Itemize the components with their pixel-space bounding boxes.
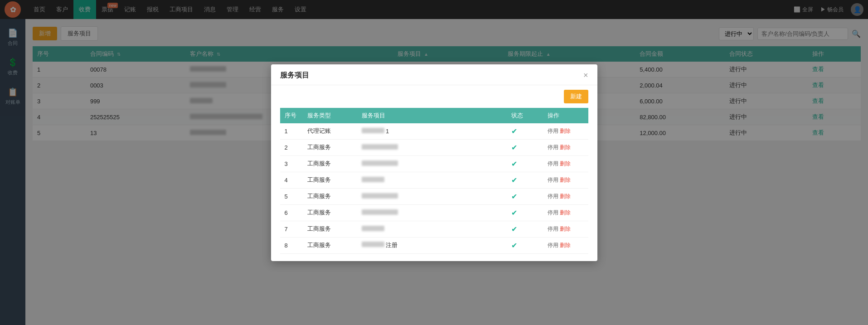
s-item: 1 xyxy=(357,123,507,140)
s-status: ✔ xyxy=(507,172,543,188)
modal-toolbar: 新建 xyxy=(271,85,597,108)
sth-item: 服务项目 xyxy=(357,108,507,123)
s-seq: 2 xyxy=(280,139,303,155)
s-action: 停用 删除 xyxy=(543,155,588,172)
s-seq: 4 xyxy=(280,172,303,188)
sth-type: 服务类型 xyxy=(303,108,357,123)
disable-btn[interactable]: 停用 xyxy=(548,193,558,200)
service-modal: 服务项目 × 新建 序号 服务类型 服务项目 状态 操作 1 代理记账 1 xyxy=(271,64,597,261)
delete-btn[interactable]: 删除 xyxy=(560,144,571,151)
service-table-row: 2 工商服务 ✔ 停用 删除 xyxy=(280,139,588,155)
s-seq: 7 xyxy=(280,221,303,237)
modal-new-button[interactable]: 新建 xyxy=(564,90,588,103)
s-action: 停用 删除 xyxy=(543,123,588,140)
service-table: 序号 服务类型 服务项目 状态 操作 1 代理记账 1 ✔ 停用 删除 xyxy=(280,108,588,254)
s-type: 工商服务 xyxy=(303,139,357,155)
modal-title: 服务项目 xyxy=(280,71,309,80)
s-status: ✔ xyxy=(507,155,543,172)
s-seq: 6 xyxy=(280,204,303,221)
status-check-icon: ✔ xyxy=(511,160,517,168)
s-type: 工商服务 xyxy=(303,237,357,253)
service-table-row: 1 代理记账 1 ✔ 停用 删除 xyxy=(280,123,588,140)
service-table-row: 4 工商服务 ✔ 停用 删除 xyxy=(280,172,588,188)
service-table-row: 5 工商服务 ✔ 停用 删除 xyxy=(280,188,588,204)
sth-seq: 序号 xyxy=(280,108,303,123)
service-table-row: 7 工商服务 ✔ 停用 删除 xyxy=(280,221,588,237)
status-check-icon: ✔ xyxy=(511,209,517,217)
modal-close-button[interactable]: × xyxy=(583,71,588,80)
delete-btn[interactable]: 删除 xyxy=(560,193,571,200)
status-check-icon: ✔ xyxy=(511,242,517,249)
s-action: 停用 删除 xyxy=(543,172,588,188)
s-item xyxy=(357,221,507,237)
s-item: 注册 xyxy=(357,237,507,253)
delete-btn[interactable]: 删除 xyxy=(560,160,571,168)
s-status: ✔ xyxy=(507,188,543,204)
s-status: ✔ xyxy=(507,139,543,155)
s-status: ✔ xyxy=(507,123,543,140)
disable-btn[interactable]: 停用 xyxy=(548,176,558,184)
s-action: 停用 删除 xyxy=(543,204,588,221)
s-action: 停用 删除 xyxy=(543,237,588,253)
s-type: 工商服务 xyxy=(303,188,357,204)
disable-btn[interactable]: 停用 xyxy=(548,225,558,233)
s-status: ✔ xyxy=(507,204,543,221)
delete-btn[interactable]: 删除 xyxy=(560,242,571,249)
s-action: 停用 删除 xyxy=(543,221,588,237)
s-type: 工商服务 xyxy=(303,172,357,188)
s-status: ✔ xyxy=(507,237,543,253)
disable-btn[interactable]: 停用 xyxy=(548,209,558,217)
s-item xyxy=(357,155,507,172)
s-seq: 3 xyxy=(280,155,303,172)
status-check-icon: ✔ xyxy=(511,193,517,200)
modal-body: 序号 服务类型 服务项目 状态 操作 1 代理记账 1 ✔ 停用 删除 xyxy=(271,108,597,261)
service-table-row: 8 工商服务 注册 ✔ 停用 删除 xyxy=(280,237,588,253)
s-item xyxy=(357,139,507,155)
s-type: 工商服务 xyxy=(303,221,357,237)
disable-btn[interactable]: 停用 xyxy=(548,127,558,135)
s-type: 工商服务 xyxy=(303,155,357,172)
modal-header: 服务项目 × xyxy=(271,64,597,85)
s-type: 工商服务 xyxy=(303,204,357,221)
service-table-row: 3 工商服务 ✔ 停用 删除 xyxy=(280,155,588,172)
status-check-icon: ✔ xyxy=(511,144,517,151)
s-item xyxy=(357,204,507,221)
sth-action: 操作 xyxy=(543,108,588,123)
delete-btn[interactable]: 删除 xyxy=(560,127,571,135)
sth-status: 状态 xyxy=(507,108,543,123)
s-type: 代理记账 xyxy=(303,123,357,140)
status-check-icon: ✔ xyxy=(511,176,517,184)
disable-btn[interactable]: 停用 xyxy=(548,242,558,249)
s-seq: 8 xyxy=(280,237,303,253)
s-item xyxy=(357,172,507,188)
s-action: 停用 删除 xyxy=(543,139,588,155)
service-table-row: 6 工商服务 ✔ 停用 删除 xyxy=(280,204,588,221)
s-action: 停用 删除 xyxy=(543,188,588,204)
delete-btn[interactable]: 删除 xyxy=(560,225,571,233)
status-check-icon: ✔ xyxy=(511,225,517,233)
disable-btn[interactable]: 停用 xyxy=(548,160,558,168)
s-seq: 1 xyxy=(280,123,303,140)
disable-btn[interactable]: 停用 xyxy=(548,144,558,151)
delete-btn[interactable]: 删除 xyxy=(560,209,571,217)
s-item xyxy=(357,188,507,204)
s-seq: 5 xyxy=(280,188,303,204)
delete-btn[interactable]: 删除 xyxy=(560,176,571,184)
s-status: ✔ xyxy=(507,221,543,237)
status-check-icon: ✔ xyxy=(511,127,517,135)
